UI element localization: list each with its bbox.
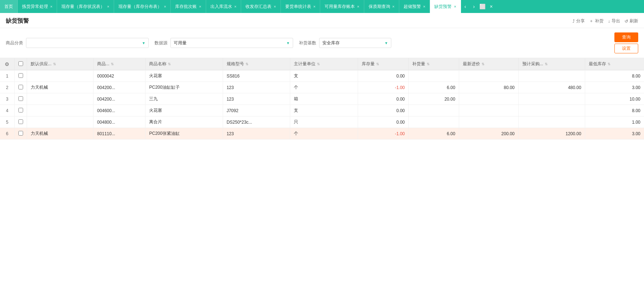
- goods-code-cell: 004200...: [93, 82, 145, 93]
- tab-close-icon[interactable]: ×: [199, 4, 201, 9]
- supplier-cell: [27, 116, 93, 128]
- sort-goods-code-icon: ⇅: [111, 62, 114, 66]
- th-checkbox[interactable]: [14, 58, 27, 70]
- goods-name-cell: 火花塞: [145, 105, 223, 116]
- replenish-basis-value: 安全库存: [322, 40, 340, 46]
- tab-stock-dist[interactable]: 现存量（库存分布表） ×: [114, 0, 171, 13]
- category-select[interactable]: ▼: [26, 38, 149, 48]
- select-all-checkbox[interactable]: [18, 61, 23, 66]
- tab-next-btn[interactable]: ›: [470, 0, 478, 13]
- th-goods-code[interactable]: 商品... ⇅: [93, 58, 145, 70]
- tab-close-icon[interactable]: ×: [164, 4, 166, 9]
- export-action[interactable]: ↓ 导出: [608, 18, 620, 24]
- th-gear[interactable]: ⚙: [0, 58, 14, 70]
- query-button[interactable]: 查询: [614, 32, 638, 42]
- datasource-select[interactable]: 可用量 ▼: [170, 38, 293, 48]
- table-header-row: ⚙ 默认供应... ⇅ 商品: [0, 58, 644, 70]
- replenish-basis-select[interactable]: 安全库存 ▼: [319, 38, 391, 48]
- row-checkbox[interactable]: [18, 96, 23, 101]
- th-spec[interactable]: 规格型号 ⇅: [223, 58, 290, 70]
- tab-stock-status[interactable]: 现存量（库存状况表） ×: [57, 0, 114, 13]
- row-checkbox[interactable]: [18, 131, 23, 136]
- row-checkbox-cell[interactable]: [14, 105, 27, 116]
- row-checkbox-cell[interactable]: [14, 116, 27, 128]
- tab-expiry[interactable]: 保质期查询 ×: [364, 0, 399, 13]
- spec-cell: 123: [223, 82, 290, 93]
- tab-close-icon[interactable]: ×: [357, 4, 359, 9]
- tab-overstock[interactable]: 超储预警 ×: [399, 0, 430, 13]
- refresh-icon: ↺: [625, 19, 628, 24]
- tab-prev-btn[interactable]: ‹: [461, 0, 470, 13]
- tab-label: 缺货预警: [434, 4, 452, 10]
- row-num-cell: 2: [0, 82, 14, 93]
- refresh-action[interactable]: ↺ 刷新: [625, 18, 638, 24]
- tab-close-icon[interactable]: ×: [313, 4, 316, 9]
- latest-price-cell: 200.00: [459, 128, 518, 140]
- tab-bar: 首页 拣货异常处理 × 现存量（库存状况表） × 现存量（库存分布表） × 库存…: [0, 0, 644, 13]
- table-row: 2 力天机械 004200... PC200油缸缸子 123 个 -1.00 6…: [0, 82, 644, 93]
- tab-available[interactable]: 可用量库存账本 ×: [320, 0, 364, 13]
- th-unit[interactable]: 主计量单位 ⇅: [290, 58, 358, 70]
- stock-qty-cell: -1.00: [358, 128, 409, 140]
- column-settings-icon[interactable]: ⚙: [5, 61, 9, 67]
- tab-close-icon[interactable]: ×: [50, 4, 52, 9]
- row-checkbox[interactable]: [18, 85, 23, 89]
- unit-cell: 个: [290, 128, 358, 140]
- category-label: 商品分类: [6, 40, 23, 46]
- unit-cell: 个: [290, 82, 358, 93]
- row-num-cell: 1: [0, 70, 14, 82]
- row-checkbox-cell[interactable]: [14, 70, 27, 82]
- datasource-filter-group: 数据源 可用量 ▼: [155, 38, 293, 48]
- replenish-qty-cell: [409, 70, 459, 82]
- th-supplier-label: 默认供应...: [31, 61, 52, 67]
- tab-close-icon[interactable]: ×: [392, 4, 395, 9]
- settings-button[interactable]: 设置: [614, 44, 638, 53]
- row-checkbox[interactable]: [18, 73, 23, 78]
- tab-label: 库存批次账: [175, 4, 197, 10]
- row-checkbox[interactable]: [18, 119, 23, 124]
- share-action[interactable]: ⤴ 分享: [573, 18, 585, 24]
- tab-close-icon[interactable]: ×: [423, 4, 425, 9]
- row-num-cell: 3: [0, 93, 14, 105]
- unit-cell: 支: [290, 70, 358, 82]
- table-container: ⚙ 默认供应... ⇅ 商品: [0, 58, 644, 140]
- export-label: 导出: [612, 18, 620, 24]
- goods-name-cell: 三九: [145, 93, 223, 105]
- data-table: ⚙ 默认供应... ⇅ 商品: [0, 58, 644, 140]
- tab-abnormal[interactable]: 拣货异常处理 ×: [18, 0, 57, 13]
- row-checkbox-cell[interactable]: [14, 82, 27, 93]
- tab-close-icon[interactable]: ×: [274, 4, 276, 9]
- tab-shortage[interactable]: 缺货预警 ×: [430, 0, 461, 13]
- th-replenish-qty[interactable]: 补货量 ⇅: [409, 58, 459, 70]
- tab-close-icon[interactable]: ×: [107, 4, 109, 9]
- tab-demand[interactable]: 要货单统计表 ×: [281, 0, 320, 13]
- th-min-stock[interactable]: 最低库存 ⇅: [585, 58, 644, 70]
- window-restore-btn[interactable]: ⬜: [478, 0, 487, 13]
- spec-cell: 123: [223, 128, 290, 140]
- est-purchase-cell: [518, 116, 585, 128]
- row-checkbox-cell[interactable]: [14, 93, 27, 105]
- sort-spec-icon: ⇅: [245, 62, 248, 66]
- supplier-cell: [27, 105, 93, 116]
- tab-batch[interactable]: 库存批次账 ×: [171, 0, 206, 13]
- th-stock-qty[interactable]: 库存量 ⇅: [358, 58, 409, 70]
- goods-name-cell: PC200张紧油缸: [145, 128, 223, 140]
- th-est-purchase[interactable]: 预计采购... ⇅: [518, 58, 585, 70]
- th-goods-name[interactable]: 商品名称 ⇅: [145, 58, 223, 70]
- replenish-action[interactable]: ＋ 补货: [589, 18, 604, 24]
- tab-label: 现存量（库存状况表）: [61, 4, 105, 10]
- goods-code-cell: 801110...: [93, 128, 145, 140]
- tab-receipt[interactable]: 收发存汇总表 ×: [241, 0, 280, 13]
- share-icon: ⤴: [573, 19, 575, 24]
- row-checkbox[interactable]: [18, 108, 23, 112]
- min-stock-cell: 8.00: [585, 70, 644, 82]
- th-latest-price[interactable]: 最新进价 ⇅: [459, 58, 518, 70]
- est-purchase-cell: 480.00: [518, 82, 585, 93]
- tab-home[interactable]: 首页: [0, 0, 18, 13]
- tab-close-icon[interactable]: ×: [454, 4, 456, 9]
- window-close-btn[interactable]: ×: [487, 0, 496, 13]
- tab-inout[interactable]: 出入库流水 ×: [206, 0, 241, 13]
- row-checkbox-cell[interactable]: [14, 128, 27, 140]
- tab-close-icon[interactable]: ×: [234, 4, 236, 9]
- th-supplier[interactable]: 默认供应... ⇅: [27, 58, 93, 70]
